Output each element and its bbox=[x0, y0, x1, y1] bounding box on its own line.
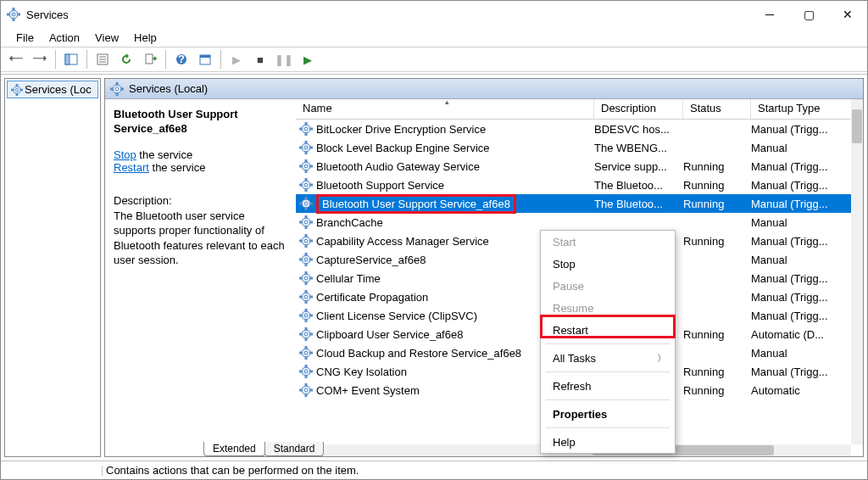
detail-service-name: Bluetooth User Support Service_af6e8 bbox=[114, 108, 287, 137]
title-bar: Services ─ ▢ ✕ bbox=[1, 1, 867, 28]
gear-icon bbox=[299, 122, 313, 136]
gear-icon bbox=[299, 159, 313, 173]
refresh-icon[interactable] bbox=[116, 49, 136, 70]
service-startup: Manual (Trigg... bbox=[751, 366, 851, 378]
forward-button[interactable]: ⭢ bbox=[30, 49, 50, 70]
service-name: Cellular Time bbox=[316, 272, 381, 285]
properties-icon[interactable] bbox=[92, 49, 113, 70]
restart-link[interactable]: Restart bbox=[114, 161, 149, 174]
col-name[interactable]: ▴Name bbox=[296, 99, 594, 119]
gear-icon bbox=[299, 346, 313, 360]
service-name: CaptureService_af6e8 bbox=[316, 254, 426, 266]
vertical-scrollbar[interactable] bbox=[851, 99, 863, 444]
ctx-restart[interactable]: Restart bbox=[541, 319, 675, 341]
scrollbar-thumb[interactable] bbox=[852, 109, 862, 143]
stop-service-icon[interactable]: ■ bbox=[250, 49, 270, 70]
service-row[interactable]: Bluetooth Audio Gateway ServiceService s… bbox=[296, 157, 851, 176]
restart-service-icon[interactable]: ▶ bbox=[298, 49, 318, 70]
service-startup: Manual (Trigg... bbox=[751, 291, 851, 304]
gear-icon bbox=[299, 271, 313, 285]
service-startup: Manual (Trigg... bbox=[751, 272, 851, 285]
service-row[interactable]: BranchCacheManual bbox=[296, 213, 851, 232]
service-status: Running bbox=[683, 198, 751, 210]
service-status: Running bbox=[683, 160, 751, 173]
service-startup: Manual bbox=[751, 347, 851, 360]
ctx-start: Start bbox=[541, 231, 675, 253]
ctx-stop[interactable]: Stop bbox=[541, 253, 675, 275]
sort-ascending-icon: ▴ bbox=[445, 99, 449, 106]
minimize-button[interactable]: ─ bbox=[750, 1, 789, 28]
pause-service-icon[interactable]: ❚❚ bbox=[274, 49, 294, 70]
detail-restart-line: Restart the service bbox=[114, 161, 287, 174]
export-icon[interactable] bbox=[140, 49, 160, 70]
service-name: BranchCache bbox=[316, 216, 383, 229]
service-startup: Manual (Trigg... bbox=[751, 160, 851, 173]
status-bar: Contains actions that can be performed o… bbox=[1, 460, 867, 479]
service-description: The Bluetoo... bbox=[594, 198, 683, 210]
service-status: Running bbox=[683, 366, 751, 378]
svg-rect-12 bbox=[146, 54, 153, 64]
help-icon[interactable]: ? bbox=[171, 49, 192, 70]
service-name: Client License Service (ClipSVC) bbox=[316, 310, 477, 322]
tree-node-services-local[interactable]: Services (Loc bbox=[7, 81, 98, 98]
show-hide-tree-button[interactable] bbox=[61, 49, 81, 70]
service-name: CNG Key Isolation bbox=[316, 366, 407, 378]
stop-link[interactable]: Stop bbox=[114, 148, 136, 161]
close-button[interactable]: ✕ bbox=[828, 1, 867, 28]
menu-view[interactable]: View bbox=[88, 30, 125, 46]
status-text: Contains actions that can be performed o… bbox=[106, 464, 359, 477]
gear-icon bbox=[299, 253, 313, 266]
svg-rect-16 bbox=[200, 55, 210, 58]
service-name: Block Level Backup Engine Service bbox=[316, 142, 490, 154]
service-status: Running bbox=[683, 328, 751, 341]
ctx-help[interactable]: Help bbox=[541, 431, 675, 453]
back-button[interactable]: ⭠ bbox=[6, 49, 26, 70]
service-row[interactable]: Bluetooth User Support Service_af6e8The … bbox=[296, 194, 851, 213]
menu-help[interactable]: Help bbox=[127, 30, 164, 46]
maximize-button[interactable]: ▢ bbox=[789, 1, 828, 28]
col-description[interactable]: Description bbox=[594, 99, 683, 119]
service-startup: Manual bbox=[751, 254, 851, 266]
chevron-right-icon: 〉 bbox=[657, 352, 666, 365]
ctx-properties[interactable]: Properties bbox=[541, 403, 675, 425]
service-description: BDESVC hos... bbox=[594, 123, 683, 136]
service-name: Capability Access Manager Service bbox=[316, 235, 489, 248]
service-name: Certificate Propagation bbox=[316, 291, 428, 304]
service-startup: Manual (Trigg... bbox=[751, 198, 851, 210]
service-name: Clipboard User Service_af6e8 bbox=[316, 328, 463, 341]
tab-standard[interactable]: Standard bbox=[264, 442, 325, 456]
detail-stop-line: Stop the service bbox=[114, 148, 287, 161]
service-name: COM+ Event System bbox=[316, 384, 420, 397]
service-status: Running bbox=[683, 235, 751, 248]
gear-icon bbox=[299, 141, 313, 154]
service-startup: Manual (Trigg... bbox=[751, 235, 851, 248]
service-startup: Automatic bbox=[751, 384, 851, 397]
toolbar: ⭠ ⭢ ? ▶ ■ ❚❚ ▶ bbox=[1, 47, 867, 72]
service-startup: Manual bbox=[751, 216, 851, 229]
tree-pane: Services (Loc bbox=[4, 78, 101, 457]
service-row[interactable]: Bluetooth Support ServiceThe Bluetoo...R… bbox=[296, 176, 851, 194]
gear-icon bbox=[299, 327, 313, 341]
gear-icon bbox=[299, 365, 313, 378]
service-status: Running bbox=[683, 179, 751, 192]
service-row[interactable]: Block Level Backup Engine ServiceThe WBE… bbox=[296, 138, 851, 157]
menu-action[interactable]: Action bbox=[42, 30, 86, 46]
col-startup-type[interactable]: Startup Type bbox=[751, 99, 863, 119]
service-row[interactable]: BitLocker Drive Encryption ServiceBDESVC… bbox=[296, 120, 851, 138]
ctx-resume: Resume bbox=[541, 297, 675, 319]
service-name: Bluetooth Support Service bbox=[316, 179, 444, 192]
gear-icon bbox=[299, 290, 313, 304]
service-name: Cloud Backup and Restore Service_af6e8 bbox=[316, 347, 521, 360]
svg-rect-7 bbox=[65, 54, 70, 64]
calendar-icon[interactable] bbox=[195, 49, 215, 70]
start-service-icon[interactable]: ▶ bbox=[226, 49, 247, 70]
tab-extended[interactable]: Extended bbox=[203, 442, 265, 456]
right-frame: Services (Local) Bluetooth User Support … bbox=[104, 78, 864, 457]
ctx-refresh[interactable]: Refresh bbox=[541, 375, 675, 397]
col-status[interactable]: Status bbox=[683, 99, 751, 119]
window-title: Services bbox=[26, 8, 750, 21]
ctx-all-tasks[interactable]: All Tasks〉 bbox=[541, 347, 675, 369]
column-headers[interactable]: ▴Name Description Status Startup Type bbox=[296, 99, 863, 120]
context-menu: StartStopPauseResumeRestartAll Tasks〉Ref… bbox=[540, 230, 676, 454]
menu-file[interactable]: File bbox=[9, 30, 41, 46]
